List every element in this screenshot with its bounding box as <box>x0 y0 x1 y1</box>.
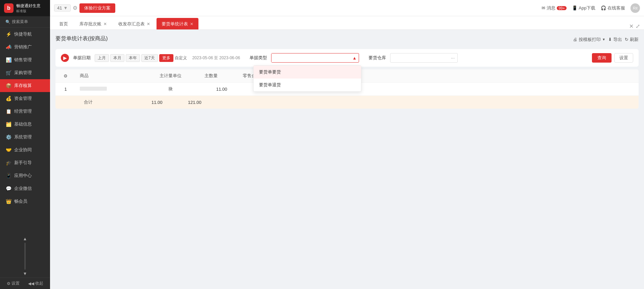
member-icon: 👑 <box>5 198 11 204</box>
user-avatar[interactable]: Rit <box>630 3 640 13</box>
sidebar-item-sales[interactable]: 📊 销售管理 <box>0 53 50 66</box>
tab-home-label: 首页 <box>59 21 68 27</box>
tab-inventory-batch-label: 库存批次账 <box>79 21 101 27</box>
service-btn[interactable]: 🎧 在线客服 <box>601 5 625 11</box>
tab-requisition-stat-close[interactable]: ✕ <box>190 22 193 26</box>
system-icon: ⚙️ <box>5 134 11 140</box>
sidebar-item-base-info[interactable]: 🗂️ 基础信息 <box>0 118 50 131</box>
tab-receive-summary-close[interactable]: ✕ <box>147 22 150 26</box>
date-custom-btn[interactable]: 自定义 <box>175 55 187 61</box>
operations-icon: 📋 <box>5 108 11 114</box>
col-product: 商品 <box>76 69 150 83</box>
message-icon: ✉ <box>542 5 545 10</box>
export-label: 导出 <box>613 37 622 43</box>
search-label: 搜索菜单 <box>12 19 28 25</box>
sidebar-item-app-center[interactable]: 📱 应用中心 <box>0 169 50 182</box>
tab-requisition-stat[interactable]: 要货单统计表 ✕ <box>157 18 198 29</box>
sidebar-item-label: 采购管理 <box>14 70 32 76</box>
cell-product <box>76 83 150 96</box>
filter-actions: 查询 设置 <box>592 53 633 63</box>
page-content: 要货单统计表(按商品) 🖨 按模板打印 ▼ ⬇ 导出 ↻ 刷新 <box>50 30 644 289</box>
message-badge: 99+ <box>557 6 567 10</box>
warehouse-select[interactable]: ··· <box>390 53 458 63</box>
sidebar-bottom: ⚙ 设置 ◀◀ 收起 <box>0 277 50 289</box>
cell-unit: 块 <box>150 83 191 96</box>
sidebar-item-enterprise[interactable]: 🤝 企业协同 <box>0 143 50 156</box>
sidebar-logo: b 畅捷通好生意 标准版 <box>0 0 50 16</box>
sidebar-search-section[interactable]: 🔍 搜索菜单 <box>0 16 50 28</box>
filter-settings-btn[interactable]: 设置 <box>614 53 633 63</box>
type-select[interactable]: ▲ <box>271 53 359 63</box>
scroll-up-btn[interactable]: ▲ <box>0 235 50 243</box>
sidebar-item-label: 畅会员 <box>14 198 27 204</box>
sidebar-item-label: 营销推广 <box>14 44 32 50</box>
tab-inventory-batch-close[interactable]: ✕ <box>103 22 107 26</box>
sidebar-collapse-btn[interactable]: ◀◀ 收起 <box>28 281 43 286</box>
tab-receive-summary[interactable]: 收发存汇总表 ✕ <box>113 18 155 29</box>
tabbar-close-all-icon[interactable]: ✕ <box>629 23 634 29</box>
sidebar-item-label: 库存核算 <box>14 83 32 89</box>
dropdown-item-requisition[interactable]: 要货单要货 <box>254 66 361 79</box>
sidebar-item-system[interactable]: ⚙️ 系统管理 <box>0 131 50 143</box>
sidebar-item-label: 企业微信 <box>14 185 32 192</box>
topbar-settings-icon[interactable]: ⚙ <box>73 5 77 11</box>
sidebar-item-operations[interactable]: 📋 经营管理 <box>0 105 50 118</box>
table-footer: 合计 11.00 121.00 <box>55 96 639 109</box>
type-dropdown-arrow[interactable]: ▲ <box>350 55 359 61</box>
headset-icon: 🎧 <box>601 5 606 10</box>
sidebar-item-wechat[interactable]: 💬 企业微信 <box>0 182 50 195</box>
date-btn-curr[interactable]: 本月 <box>110 54 124 62</box>
query-btn[interactable]: 查询 <box>592 53 612 63</box>
tab-requisition-stat-label: 要货单统计表 <box>162 21 188 27</box>
scroll-down-btn[interactable]: ▼ <box>0 270 50 277</box>
logo-name: 畅捷通好生意 <box>16 3 41 9</box>
tab-home[interactable]: 首页 <box>54 18 73 29</box>
settings-label: 设置 <box>11 281 20 286</box>
footer-amount: 121.00 <box>188 100 229 105</box>
guide-icon: 🎓 <box>5 160 11 166</box>
type-label: 单据类型 <box>249 55 267 61</box>
finance-icon: 💰 <box>5 95 11 102</box>
sidebar-item-finance[interactable]: 💰 资金管理 <box>0 92 50 105</box>
enterprise-icon: 🤝 <box>5 147 11 153</box>
tab-receive-summary-label: 收发存汇总表 <box>118 21 145 27</box>
message-btn[interactable]: ✉ 消息 99+ <box>542 5 567 11</box>
type-input[interactable] <box>271 53 350 62</box>
app-center-icon: 📱 <box>5 173 11 179</box>
sidebar-item-quick-nav[interactable]: ⚡ 快捷导航 <box>0 28 50 41</box>
warehouse-more-icon[interactable]: ··· <box>451 55 455 61</box>
col-settings-icon[interactable]: ⚙ <box>64 73 68 79</box>
sidebar-item-purchase[interactable]: 🛒 采购管理 <box>0 66 50 79</box>
date-btn-prev[interactable]: 上月 <box>95 54 109 62</box>
footer-label: 合计 <box>80 99 147 105</box>
app-download-btn[interactable]: 📱 App下载 <box>572 5 595 11</box>
date-btn-week[interactable]: 近7天 <box>141 54 158 62</box>
date-btn-year[interactable]: 本年 <box>126 54 140 62</box>
filter-expand-btn[interactable]: ▶ <box>61 54 69 62</box>
service-label: 在线客服 <box>607 5 625 11</box>
col-unit: 主计量单位 <box>150 69 191 83</box>
sidebar-item-label: 新手引导 <box>14 160 32 166</box>
dropdown-item-return[interactable]: 要货单退货 <box>254 79 361 91</box>
trial-btn[interactable]: 体验行业方案 <box>79 3 115 13</box>
footer-qty: 11.00 <box>147 100 188 105</box>
cell-qty: 11.00 <box>191 83 231 96</box>
tabbar-fullscreen-icon[interactable]: ⤢ <box>636 23 640 29</box>
logo-text: 畅捷通好生意 标准版 <box>16 3 41 14</box>
page-actions: 🖨 按模板打印 ▼ ⬇ 导出 ↻ 刷新 <box>573 37 639 43</box>
search-icon: 🔍 <box>5 20 10 24</box>
sidebar-item-member[interactable]: 👑 畅会员 <box>0 195 50 208</box>
refresh-icon: ↻ <box>625 37 628 42</box>
print-btn[interactable]: 🖨 按模板打印 ▼ <box>573 37 605 43</box>
sidebar-settings-btn[interactable]: ⚙ 设置 <box>7 281 20 286</box>
tab-inventory-batch[interactable]: 库存批次账 ✕ <box>74 18 112 29</box>
sidebar-item-marketing[interactable]: 📣 营销推广 <box>0 41 50 53</box>
sidebar-item-guide[interactable]: 🎓 新手引导 <box>0 156 50 169</box>
date-btn-more[interactable]: 更多 <box>159 54 173 62</box>
export-btn[interactable]: ⬇ 导出 <box>608 37 622 43</box>
logo-sub: 标准版 <box>16 9 41 14</box>
topbar: 41 ▼ ⚙ 体验行业方案 ✉ 消息 99+ 📱 App下载 🎧 在线客服 Ri… <box>50 0 644 16</box>
refresh-btn[interactable]: ↻ 刷新 <box>625 37 639 43</box>
tab-count-display[interactable]: 41 ▼ <box>54 4 71 12</box>
sidebar-item-inventory[interactable]: 📦 库存核算 <box>0 79 50 92</box>
